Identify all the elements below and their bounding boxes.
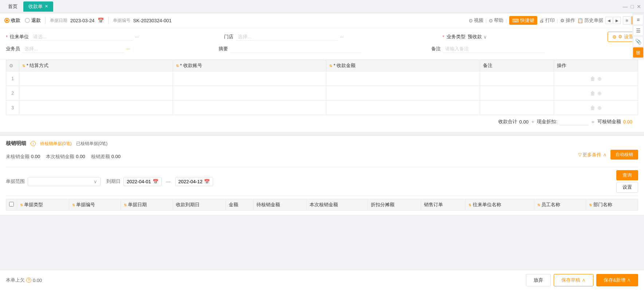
store-more[interactable]: ··· (340, 34, 343, 39)
prev-arrow[interactable]: ◀ (605, 17, 613, 24)
bottom-info-icon[interactable]: ? (26, 278, 31, 283)
save-new-button[interactable]: 保存&新增 ∧ (596, 274, 638, 286)
tab-close-icon[interactable]: ✕ (45, 4, 48, 9)
minimize-btn[interactable]: — (623, 4, 628, 9)
th-checkbox[interactable] (6, 199, 17, 211)
th-discount: 折扣分摊额 (368, 199, 421, 211)
cell-account-2[interactable] (173, 86, 326, 101)
tab-receipt[interactable]: 收款单 ✕ (23, 1, 53, 12)
radio-collect[interactable]: 收款 (4, 17, 20, 24)
sidebar-icon-3[interactable]: 📎 (633, 36, 643, 47)
th-dept-name: ⇅ 部门名称 (586, 199, 638, 211)
bottom-bar: 本单上欠 ? 0.00 放弃 保存草稿 ∧ 保存&新增 ∧ (0, 270, 644, 290)
table-footer: 收款合计 0.00 + 现金折扣: = 可核销金额 0.00 (6, 115, 638, 128)
video-btn[interactable]: ⊙ 视频 (469, 17, 483, 24)
copy-icon-3[interactable]: ⊕ (597, 105, 602, 111)
sidebar-icon-1[interactable]: ≡ (633, 15, 643, 25)
sidebar-icon-2[interactable]: ☰ (633, 26, 643, 36)
filter-settings-button[interactable]: 设置 (616, 182, 638, 193)
save-draft-button[interactable]: 保存草稿 ∧ (554, 274, 593, 286)
bottom-info-value: 0.00 (33, 278, 42, 283)
calendar-icon-end[interactable]: 📅 (204, 179, 210, 184)
store-field: 门店 ··· (224, 33, 436, 41)
th-doc-type: ⇅ 单据类型 (17, 199, 69, 211)
sidebar-icon-4[interactable]: ⊞ (633, 47, 643, 58)
copy-icon-1[interactable]: ⊕ (597, 76, 602, 82)
counterpart-input[interactable] (31, 33, 133, 41)
shortcut-btn[interactable]: ⌨ 快捷键 (509, 16, 537, 25)
date-icon[interactable]: 📅 (98, 17, 104, 23)
cell-note-3[interactable] (480, 101, 554, 115)
salesperson-more[interactable]: ··· (126, 46, 130, 51)
delete-icon-2[interactable]: 🗑 (590, 90, 595, 96)
due-date-field: 到期日 2022-04-01 📅 — 2022-04-12 📅 (106, 177, 213, 186)
sort-doc-type: ⇅ (20, 203, 23, 207)
salesperson-field: 业务员 ··· (6, 45, 213, 53)
date-start-input[interactable]: 2022-04-01 📅 (123, 177, 162, 186)
th-account-label: 收款账号 (183, 63, 202, 68)
cell-amount-2[interactable] (326, 86, 480, 101)
history-btn[interactable]: 📋 历史单据 (577, 17, 603, 24)
sort-icon-amount: ⇅ (329, 64, 332, 68)
th-account: ⇅ * 收款账号 (173, 60, 326, 71)
counterpart-label: 往来单位 (10, 34, 29, 40)
date-end-input[interactable]: 2022-04-12 📅 (175, 177, 213, 186)
pending-tab[interactable]: 待核销单据(0笔) (40, 141, 72, 147)
help-btn[interactable]: ⊙ 帮助 (489, 17, 503, 24)
delete-icon-1[interactable]: 🗑 (590, 76, 595, 82)
range-select[interactable]: ∨ (28, 177, 101, 186)
th-doc-num: ⇅ 单据编号 (69, 199, 121, 211)
unverified-label: 未核销金额 (6, 153, 30, 160)
cell-ops-2: 🗑 ⊕ (554, 86, 638, 101)
this-verify-value: 0.00 (76, 154, 85, 159)
counterpart-more[interactable]: ··· (135, 34, 139, 39)
list-view-btn[interactable]: ≡ (623, 16, 631, 24)
copy-icon-2[interactable]: ⊕ (597, 90, 602, 96)
cell-note-2[interactable] (480, 86, 554, 101)
verify-table: ⇅ 单据类型 ⇅ 单据编号 ⇅ 单据日期 收款到期日 金额 (6, 199, 638, 211)
calendar-icon-start[interactable]: 📅 (153, 179, 158, 184)
tab-home[interactable]: 首页 (3, 1, 23, 12)
salesperson-label: 业务员 (6, 46, 20, 52)
th-gear[interactable]: ⚙ (6, 60, 19, 71)
delete-icon-3[interactable]: 🗑 (590, 105, 595, 111)
cell-account-1[interactable] (173, 71, 326, 86)
th-ops-label: 操作 (557, 63, 566, 68)
form-section: * 往来单位 ··· 门店 ··· * 业务类型 预收款 ∨ ⚙ ⚙ 设置 业务… (0, 28, 644, 60)
cell-amount-3[interactable] (326, 101, 480, 115)
cell-settle-2[interactable] (19, 86, 173, 101)
discount-input[interactable] (559, 118, 589, 125)
radio-refund[interactable]: 退款 (25, 17, 41, 24)
discard-button[interactable]: 放弃 (526, 274, 551, 286)
salesperson-input[interactable] (22, 45, 124, 53)
table-gear-icon[interactable]: ⚙ (9, 63, 13, 68)
ops-btn[interactable]: ⚙ 操作 (560, 17, 575, 24)
cell-settle-1[interactable] (19, 71, 173, 86)
cell-settle-3[interactable] (19, 101, 173, 115)
auto-verify-button[interactable]: 自动核销 (610, 150, 638, 160)
select-all-checkbox[interactable] (9, 202, 14, 207)
summary-input[interactable] (230, 45, 361, 53)
cell-note-1[interactable] (480, 71, 554, 86)
note-input[interactable] (443, 45, 545, 53)
table-row: 1 🗑 ⊕ (6, 71, 638, 86)
cell-amount-1[interactable] (326, 71, 480, 86)
note-label: 备注 (431, 46, 441, 52)
bottom-info: 本单上欠 ? 0.00 (6, 277, 42, 283)
verify-info-icon[interactable]: i (31, 141, 36, 146)
bottom-actions: 放弃 保存草稿 ∧ 保存&新增 ∧ (526, 274, 638, 286)
print-btn[interactable]: 🖨 打印 (539, 17, 555, 24)
next-arrow[interactable]: ▶ (613, 17, 621, 24)
range-field: 单据范围 ∨ (6, 177, 101, 186)
biz-type-select[interactable]: 预收款 ∨ (468, 34, 602, 40)
diff-stat: 核销差额 0.00 (91, 153, 121, 160)
more-conditions-btn[interactable]: ▽ 更多条件 ∧ (578, 152, 607, 158)
query-button[interactable]: 查询 (616, 170, 638, 180)
done-tab[interactable]: 已核销单据(0笔) (76, 141, 108, 147)
cell-account-3[interactable] (173, 101, 326, 115)
divider-1 (45, 17, 46, 24)
close-btn[interactable]: ✕ (637, 4, 641, 9)
store-input[interactable] (236, 33, 338, 41)
maximize-btn[interactable]: □ (631, 4, 634, 9)
th-this-amount: 本次核销金额 (306, 199, 368, 211)
